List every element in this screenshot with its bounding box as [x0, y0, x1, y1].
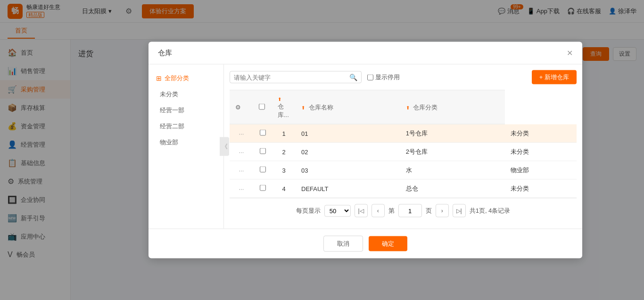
- row-more-icon[interactable]: ···: [239, 130, 244, 137]
- page-suffix: 页: [426, 207, 432, 215]
- category-sidebar: ⊞ 全部分类 未分类 经营一部 经营二部 物业部 《: [149, 65, 224, 229]
- category-all[interactable]: ⊞ 全部分类: [149, 70, 223, 86]
- row-settings: ···: [230, 179, 253, 198]
- first-page-button[interactable]: |◁: [355, 204, 368, 217]
- warehouse-table: ⚙ ⬆ 仓库... ⬆ 仓库名称: [230, 90, 577, 198]
- row-category: 未分类: [505, 142, 577, 161]
- search-icon[interactable]: 🔍: [349, 74, 357, 81]
- warehouse-modal: 仓库 ✕ ⊞ 全部分类 未分类 经营一部 经营二部 物业部 《: [149, 42, 582, 258]
- row-category: 未分类: [505, 124, 577, 142]
- modal-footer: 取消 确定: [149, 229, 582, 258]
- first-page-icon: |◁: [358, 208, 364, 214]
- cat-item-property[interactable]: 物业部: [149, 134, 223, 150]
- modal-close-button[interactable]: ✕: [567, 49, 573, 58]
- row-more-icon[interactable]: ···: [239, 167, 244, 174]
- row-checkbox[interactable]: [260, 148, 266, 154]
- row-category: 未分类: [505, 179, 577, 198]
- row-checkbox[interactable]: [260, 167, 266, 173]
- prev-page-icon: ‹: [377, 208, 379, 214]
- row-name: 水: [400, 161, 505, 179]
- table-toolbar: 🔍 显示停用 + 新增仓库: [230, 70, 577, 84]
- row-check: [253, 124, 272, 142]
- row-code: 01: [296, 124, 400, 142]
- last-page-button[interactable]: ▷|: [453, 204, 466, 217]
- pagination: 每页显示 50 10 20 100 |◁ ‹ 第 页 ›: [230, 198, 577, 223]
- search-box: 🔍: [230, 71, 362, 83]
- sort-icon-code: ⬆: [278, 97, 281, 102]
- row-code: 03: [296, 161, 400, 179]
- row-settings: ···: [230, 124, 253, 142]
- next-page-button[interactable]: ›: [436, 204, 449, 217]
- category-all-label: 全部分类: [165, 74, 189, 83]
- row-code: 02: [296, 142, 400, 161]
- table-row[interactable]: ··· 2 02 2号仓库 未分类: [230, 142, 577, 161]
- sort-icon-category: ⬆: [406, 105, 410, 110]
- row-check: [253, 142, 272, 161]
- th-check: [253, 90, 272, 124]
- row-more-icon[interactable]: ···: [239, 148, 244, 155]
- row-checkbox[interactable]: [260, 130, 266, 136]
- th-settings: ⚙: [230, 90, 253, 124]
- row-settings: ···: [230, 142, 253, 161]
- per-page-label: 每页显示: [296, 207, 321, 215]
- show-disabled-checkbox[interactable]: [367, 74, 373, 80]
- next-page-icon: ›: [441, 208, 443, 214]
- cat-item-unclassified[interactable]: 未分类: [149, 86, 223, 102]
- page-number-input[interactable]: [398, 204, 422, 217]
- cancel-button[interactable]: 取消: [323, 236, 363, 252]
- row-checkbox[interactable]: [260, 185, 266, 191]
- modal-header: 仓库 ✕: [149, 42, 582, 65]
- th-name: ⬆ 仓库名称: [296, 90, 400, 124]
- total-label: 共1页, 4条记录: [470, 207, 511, 215]
- th-code: ⬆ 仓库...: [272, 90, 296, 124]
- row-num: 2: [272, 142, 296, 161]
- row-num: 4: [272, 179, 296, 198]
- page-label: 第: [388, 207, 395, 215]
- row-settings: ···: [230, 161, 253, 179]
- row-num: 1: [272, 124, 296, 142]
- row-name: 总仓: [400, 179, 505, 198]
- table-row[interactable]: ··· 3 03 水 物业部: [230, 161, 577, 179]
- cat-item-dept1[interactable]: 经营一部: [149, 102, 223, 118]
- table-row[interactable]: ··· 1 01 1号仓库 未分类: [230, 124, 577, 142]
- row-category: 物业部: [505, 161, 577, 179]
- table-area: 🔍 显示停用 + 新增仓库 ⚙: [224, 65, 582, 229]
- cat-item-dept2[interactable]: 经营二部: [149, 118, 223, 134]
- confirm-button[interactable]: 确定: [369, 236, 407, 251]
- row-num: 3: [272, 161, 296, 179]
- th-category: ⬆ 仓库分类: [400, 90, 505, 124]
- last-page-icon: ▷|: [456, 208, 462, 214]
- sort-icon-name: ⬆: [301, 105, 305, 110]
- row-name: 2号仓库: [400, 142, 505, 161]
- per-page-select[interactable]: 50 10 20 100: [324, 205, 351, 217]
- row-name: 1号仓库: [400, 124, 505, 142]
- row-code: DEFAULT: [296, 179, 400, 198]
- row-check: [253, 179, 272, 198]
- grid-icon: ⊞: [156, 75, 162, 82]
- row-check: [253, 161, 272, 179]
- modal-title: 仓库: [158, 49, 172, 58]
- collapse-button[interactable]: 《: [220, 137, 229, 156]
- show-disabled-label: 显示停用: [367, 73, 400, 82]
- search-input[interactable]: [234, 74, 349, 81]
- row-more-icon[interactable]: ···: [239, 185, 244, 192]
- table-row[interactable]: ··· 4 DEFAULT 总仓 未分类: [230, 179, 577, 198]
- modal-body: ⊞ 全部分类 未分类 经营一部 经营二部 物业部 《: [149, 65, 582, 229]
- add-warehouse-button[interactable]: + 新增仓库: [532, 70, 577, 84]
- select-all-checkbox[interactable]: [259, 103, 265, 109]
- prev-page-button[interactable]: ‹: [372, 204, 385, 217]
